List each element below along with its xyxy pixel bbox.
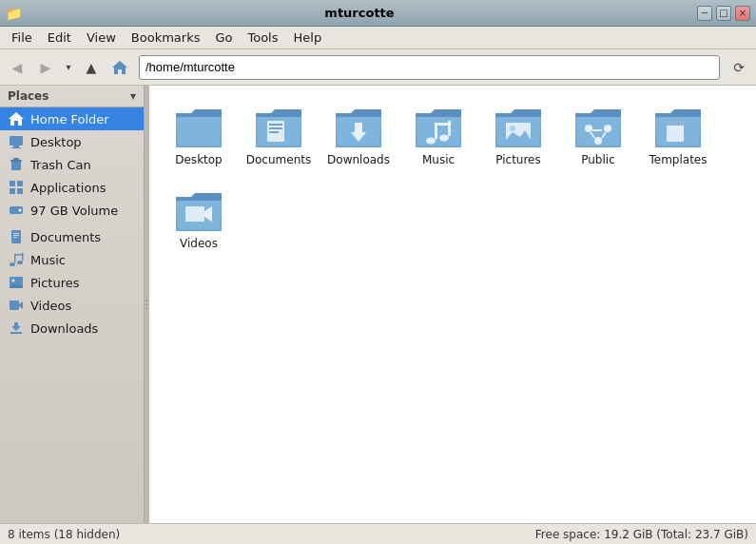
titlebar: 📁 mturcotte − □ × (0, 0, 756, 27)
address-bar-container (139, 55, 720, 80)
menu-view[interactable]: View (79, 29, 124, 47)
folder-icon-music (414, 106, 463, 149)
svg-rect-39 (435, 123, 451, 126)
svg-rect-7 (13, 158, 19, 160)
maximize-button[interactable]: □ (716, 6, 731, 21)
file-item-videos[interactable]: Videos (161, 181, 237, 261)
sidebar-item-videos[interactable]: Videos (0, 294, 144, 317)
svg-point-43 (585, 125, 592, 132)
main-area: Places ▾ Home Folder Desktop Trash Can (0, 86, 756, 523)
file-item-downloads[interactable]: Downloads (320, 97, 397, 177)
window-title: mturcotte (22, 6, 697, 20)
svg-rect-15 (13, 233, 19, 234)
svg-point-41 (510, 126, 515, 131)
svg-marker-27 (19, 301, 23, 309)
file-item-desktop[interactable]: Desktop (161, 97, 237, 177)
forward-button[interactable]: ▶ (32, 54, 59, 81)
sidebar-item-97gb-volume[interactable]: 97 GB Volume (0, 199, 144, 222)
sidebar-item-label: Pictures (30, 276, 79, 290)
home-icon (8, 110, 25, 127)
file-item-music[interactable]: Music (400, 97, 476, 177)
dropdown-button[interactable]: ▾ (61, 54, 76, 81)
downloads-icon (8, 320, 25, 337)
svg-point-19 (17, 261, 23, 264)
svg-rect-16 (13, 235, 19, 236)
svg-rect-2 (10, 136, 23, 146)
documents-icon (8, 228, 25, 245)
pictures-icon (8, 274, 25, 291)
svg-rect-32 (269, 127, 282, 129)
close-button[interactable]: × (735, 6, 750, 21)
file-item-pictures[interactable]: Pictures (480, 97, 556, 177)
menu-go[interactable]: Go (207, 29, 240, 47)
home-button[interactable] (107, 54, 133, 81)
svg-rect-31 (269, 124, 282, 126)
svg-rect-50 (667, 121, 684, 126)
menubar: File Edit View Bookmarks Go Tools Help (0, 27, 756, 49)
window-icon: 📁 (6, 6, 22, 21)
sidebar-item-downloads[interactable]: Downloads (0, 317, 144, 340)
sidebar-item-label: Applications (30, 181, 106, 195)
sidebar-item-label: Desktop (30, 135, 82, 149)
svg-marker-1 (9, 112, 24, 126)
file-item-public[interactable]: Public (560, 97, 636, 177)
svg-rect-28 (10, 332, 22, 334)
toolbar: ◀ ▶ ▾ ▲ ⟳ (0, 49, 756, 86)
address-input[interactable] (139, 55, 720, 80)
folder-icon-templates (653, 106, 703, 149)
svg-point-45 (594, 137, 602, 145)
up-button[interactable]: ▲ (78, 54, 105, 81)
sidebar-item-label: Home Folder (30, 112, 109, 126)
sidebar-item-music[interactable]: Music (0, 248, 144, 271)
svg-point-13 (19, 209, 22, 212)
apps-icon (8, 179, 25, 196)
reload-button[interactable]: ⟳ (726, 54, 752, 81)
file-label: Videos (180, 237, 218, 252)
file-label: Pictures (495, 153, 541, 168)
menu-edit[interactable]: Edit (40, 29, 79, 47)
svg-rect-11 (17, 188, 23, 194)
folder-icon-desktop (174, 106, 223, 149)
folder-icon-public (573, 106, 623, 149)
menu-bookmarks[interactable]: Bookmarks (124, 29, 208, 47)
menu-help[interactable]: Help (286, 29, 330, 47)
sidebar-item-label: Downloads (30, 321, 98, 336)
svg-rect-8 (10, 181, 15, 186)
minimize-button[interactable]: − (697, 6, 712, 21)
sidebar-item-documents[interactable]: Documents (0, 225, 144, 248)
sidebar-header-label: Places (8, 89, 48, 103)
drive-icon (8, 202, 25, 219)
sidebar-item-home-folder[interactable]: Home Folder (0, 107, 144, 130)
svg-rect-51 (185, 206, 204, 222)
file-label: Public (581, 153, 615, 168)
sidebar-item-label: Videos (30, 299, 71, 313)
desktop-icon (8, 133, 25, 150)
sidebar-item-trash-can[interactable]: Trash Can (0, 153, 144, 176)
file-item-documents[interactable]: Documents (241, 97, 317, 177)
sidebar-item-desktop[interactable]: Desktop (0, 130, 144, 153)
svg-rect-22 (14, 254, 23, 256)
svg-rect-33 (269, 131, 279, 133)
sidebar: Places ▾ Home Folder Desktop Trash Can (0, 86, 145, 523)
sidebar-item-pictures[interactable]: Pictures (0, 271, 144, 294)
svg-rect-9 (17, 181, 23, 186)
menu-file[interactable]: File (4, 29, 40, 47)
svg-point-44 (604, 125, 611, 132)
sidebar-item-applications[interactable]: Applications (0, 176, 144, 199)
svg-point-35 (426, 138, 436, 145)
videos-icon (8, 297, 25, 314)
svg-point-24 (12, 280, 15, 282)
sidebar-dropdown-icon[interactable]: ▾ (130, 89, 136, 103)
svg-rect-17 (13, 237, 17, 238)
svg-rect-3 (13, 146, 19, 147)
file-label: Downloads (327, 153, 390, 168)
titlebar-controls: − □ × (697, 6, 750, 21)
file-item-templates[interactable]: Templates (640, 97, 716, 177)
sidebar-item-label: Trash Can (30, 158, 91, 172)
item-count: 8 items (18 hidden) (8, 528, 120, 541)
free-space: Free space: 19.2 GiB (Total: 23.7 GiB) (535, 528, 748, 541)
music-icon (8, 251, 25, 268)
back-button[interactable]: ◀ (4, 54, 30, 81)
file-label: Desktop (175, 153, 223, 168)
menu-tools[interactable]: Tools (240, 29, 285, 47)
